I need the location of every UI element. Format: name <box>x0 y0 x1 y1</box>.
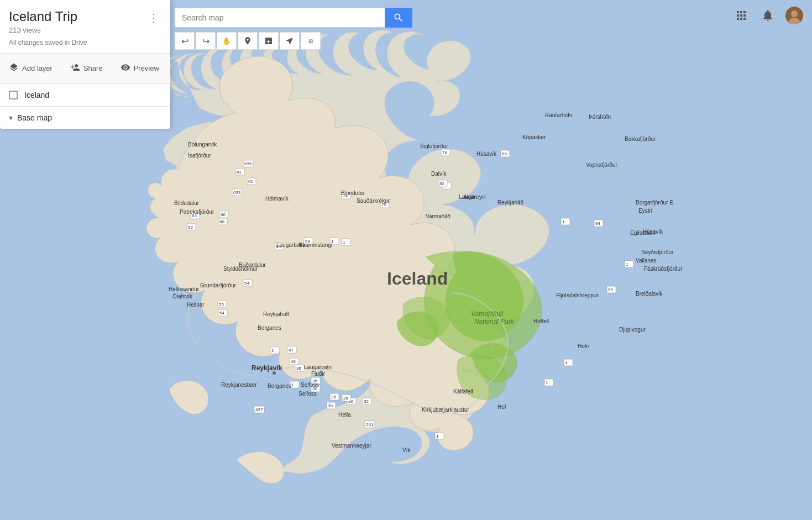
top-right-actions <box>732 7 803 24</box>
svg-text:60: 60 <box>219 219 224 224</box>
svg-text:Iceland: Iceland <box>387 269 448 288</box>
svg-text:Raufarhöfn: Raufarhöfn <box>545 112 572 118</box>
svg-text:Seyðisfjörður: Seyðisfjörður <box>641 249 674 255</box>
search-bar <box>175 8 412 28</box>
svg-text:Hof: Hof <box>497 404 506 410</box>
svg-text:Dalvík: Dalvík <box>431 171 447 177</box>
svg-text:Vestmannaeyjar: Vestmannaeyjar <box>332 443 371 449</box>
svg-text:Sauðárkrókur: Sauðárkrókur <box>357 198 390 204</box>
undo-button[interactable]: ↩ <box>175 32 195 50</box>
redo-button[interactable]: ↪ <box>196 32 216 50</box>
profile-avatar <box>785 7 803 24</box>
map-info: Iceland Trip 213 views <box>9 9 77 34</box>
avatar[interactable] <box>785 7 803 24</box>
svg-text:261: 261 <box>366 422 374 427</box>
svg-text:26: 26 <box>343 396 348 401</box>
more-options-button[interactable]: ⋮ <box>146 9 161 27</box>
svg-text:Fluðir: Fluðir <box>311 371 326 377</box>
svg-text:Reykjavík: Reykjavík <box>252 364 282 372</box>
svg-text:1: 1 <box>271 348 274 353</box>
add-marker-button[interactable] <box>238 32 258 50</box>
svg-text:Varmahlíð: Varmahlíð <box>426 213 450 219</box>
svg-text:76: 76 <box>442 150 447 155</box>
svg-text:Siglufjörður: Siglufjörður <box>420 143 448 149</box>
svg-text:85: 85 <box>502 151 507 156</box>
svg-text:35: 35 <box>331 395 336 400</box>
svg-text:48: 48 <box>291 359 296 364</box>
svg-text:Grundarfjörður: Grundarfjörður <box>200 282 237 288</box>
svg-text:Laugar: Laugar <box>459 194 476 200</box>
svg-text:Kópasker: Kópasker <box>522 134 546 140</box>
svg-text:55: 55 <box>219 302 224 307</box>
preview-icon <box>121 62 130 75</box>
measure-button[interactable]: ⊞ <box>301 32 321 50</box>
svg-text:Fáskrúðsfjörður: Fáskrúðsfjörður <box>644 266 683 272</box>
svg-text:Hellissandur: Hellissandur <box>169 286 200 292</box>
svg-text:82: 82 <box>439 181 444 186</box>
layer-checkbox[interactable] <box>9 91 18 99</box>
svg-text:1: 1 <box>565 360 568 365</box>
search-button[interactable] <box>385 8 412 28</box>
svg-text:1: 1 <box>546 380 548 385</box>
preview-button[interactable]: Preview <box>112 58 168 79</box>
svg-text:National Park: National Park <box>474 318 515 325</box>
map-title: Iceland Trip <box>9 9 77 25</box>
marker-icon <box>243 36 252 45</box>
share-icon <box>70 62 80 75</box>
add-layer-button[interactable]: Add layer <box>0 58 61 79</box>
svg-text:Húsavík: Húsavík <box>476 151 497 157</box>
svg-text:Selfoss: Selfoss <box>301 382 319 388</box>
eye-icon <box>121 62 130 72</box>
toolbar: ↩ ↪ ✋ ⊞ <box>175 32 321 50</box>
map-views: 213 views <box>9 26 77 34</box>
svg-text:Búðardalur: Búðardalur <box>239 262 266 268</box>
add-layer-label: Add layer <box>22 64 53 72</box>
svg-text:Laugarvatn: Laugarvatn <box>304 364 332 370</box>
svg-text:Hólmavík: Hólmavík <box>265 196 289 202</box>
svg-text:Kálfafell: Kálfafell <box>453 388 473 395</box>
bell-icon <box>761 9 774 22</box>
layer-item[interactable]: Iceland <box>0 84 170 107</box>
sidebar: Iceland Trip 213 views ⋮ All changes sav… <box>0 0 170 129</box>
svg-text:Eystri: Eystri <box>638 208 652 214</box>
svg-text:Reykjahlíð: Reykjahlíð <box>497 199 523 206</box>
svg-text:Djúpivogur: Djúpivogur <box>619 327 646 333</box>
polygon-icon <box>264 36 273 45</box>
svg-text:1: 1 <box>436 434 439 439</box>
svg-text:427: 427 <box>255 407 263 412</box>
sidebar-actions: Add layer Share Preview <box>0 53 170 84</box>
hand-tool-button[interactable]: ✋ <box>217 32 237 50</box>
svg-text:Hvammstangi: Hvammstangi <box>298 242 332 248</box>
preview-label: Preview <box>134 64 159 72</box>
svg-text:Kirkjubæjarklaustur: Kirkjubæjarklaustur <box>422 407 469 413</box>
svg-text:Höfn: Höfn <box>578 343 589 349</box>
search-input[interactable] <box>175 8 385 28</box>
person-add-icon <box>70 62 80 72</box>
route-icon <box>285 36 294 45</box>
svg-text:Hoffell: Hoffell <box>533 318 549 324</box>
svg-text:Selfoss: Selfoss <box>298 391 317 397</box>
svg-text:Fljótsdalshreppur: Fljótsdalshreppur <box>556 292 599 298</box>
svg-text:Bolungarvik: Bolungarvik <box>188 141 217 148</box>
basemap-label: Base map <box>17 113 52 122</box>
svg-text:Borganes: Borganes <box>268 383 291 389</box>
layers-icon <box>9 62 19 72</box>
search-icon <box>393 12 404 23</box>
svg-text:Borganes: Borganes <box>258 325 281 331</box>
notifications-button[interactable] <box>759 7 777 24</box>
svg-text:47: 47 <box>289 348 294 353</box>
svg-text:635: 635 <box>244 161 252 166</box>
svg-text:1: 1 <box>562 219 565 224</box>
apps-button[interactable] <box>732 7 750 24</box>
draw-line-button[interactable] <box>259 32 279 50</box>
svg-text:Ísafjörður: Ísafjörður <box>188 152 211 159</box>
svg-text:36: 36 <box>296 366 301 371</box>
svg-text:Reykjaholt: Reykjaholt <box>263 311 289 317</box>
draw-route-button[interactable] <box>280 32 300 50</box>
svg-text:Vík: Vík <box>402 447 411 453</box>
apps-icon <box>735 9 748 22</box>
basemap-section[interactable]: ▾ Base map <box>0 107 170 129</box>
svg-text:Vopnafjörður: Vopnafjörður <box>586 162 617 168</box>
share-button[interactable]: Share <box>61 58 112 79</box>
svg-text:60: 60 <box>221 212 226 217</box>
